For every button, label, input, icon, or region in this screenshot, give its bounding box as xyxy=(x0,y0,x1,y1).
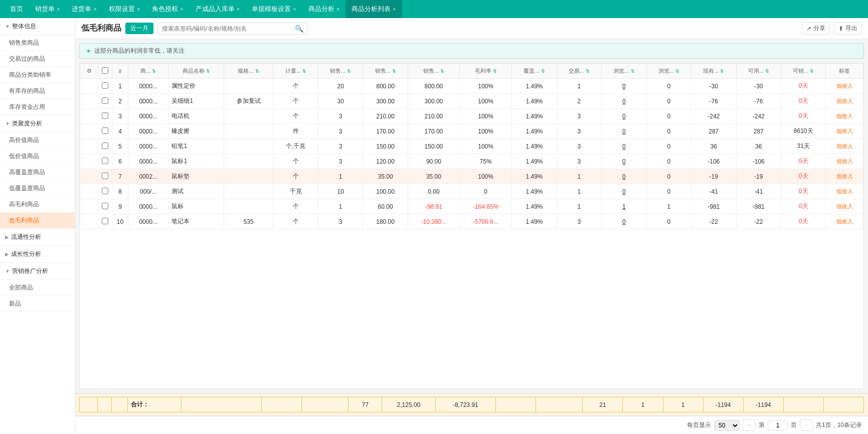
cell-views1[interactable]: 0 xyxy=(602,109,646,124)
sidebar-item-high-coverage[interactable]: 高覆盖度商品 xyxy=(0,165,75,181)
col-coverage[interactable]: 覆盖... ⇅ xyxy=(512,64,557,79)
cell-checkbox[interactable] xyxy=(98,169,112,184)
row-checkbox[interactable] xyxy=(102,173,108,179)
nav-product-analysis-list[interactable]: 商品分析列表 × xyxy=(345,0,402,18)
table-footer: 合计： 77 2,125.00 -8,723.91 21 1 1 -1194 -… xyxy=(75,393,868,416)
nav-close-icon[interactable]: × xyxy=(93,6,96,12)
cell-views1[interactable]: 0 xyxy=(602,94,646,109)
col-views1[interactable]: 浏览... ⇅ xyxy=(602,64,646,79)
cell-unit: 个 xyxy=(273,154,318,169)
col-stock[interactable]: 现有... ⇅ xyxy=(691,64,736,79)
nav-role-auth[interactable]: 角色授权 × xyxy=(146,0,189,18)
cell-checkbox[interactable] xyxy=(98,94,112,109)
date-filter-button[interactable]: 近一月 xyxy=(125,23,153,34)
per-page-select[interactable]: 50 20 100 xyxy=(714,420,740,431)
sidebar-item-new-products[interactable]: 新品 xyxy=(0,296,75,312)
col-views2[interactable]: 浏览... ⇅ xyxy=(646,64,691,79)
sidebar-item-low-value[interactable]: 低价值商品 xyxy=(0,149,75,165)
col-unit[interactable]: 计量... ⇅ xyxy=(273,64,318,79)
nav-close-icon[interactable]: × xyxy=(336,6,339,12)
cell-views1[interactable]: 0 xyxy=(602,154,646,169)
cell-checkbox[interactable] xyxy=(98,139,112,154)
footer-unit-empty xyxy=(301,397,348,412)
search-input[interactable] xyxy=(162,25,295,32)
cell-available: 36 xyxy=(736,139,781,154)
sidebar-item-in-stock-products[interactable]: 有库存的商品 xyxy=(0,83,75,99)
nav-home[interactable]: 首页 xyxy=(4,0,29,18)
footer-margin-empty xyxy=(495,397,536,412)
nav-close-icon[interactable]: × xyxy=(137,6,140,12)
row-checkbox[interactable] xyxy=(102,218,108,224)
row-checkbox[interactable] xyxy=(102,188,108,194)
nav-permission-settings[interactable]: 权限设置 × xyxy=(103,0,146,18)
col-spec[interactable]: 规格... ⇅ xyxy=(224,64,273,79)
cell-saleable: 0天 xyxy=(781,79,825,94)
sidebar-item-traded-products[interactable]: 交易过的商品 xyxy=(0,51,75,67)
cell-views1[interactable]: 1 xyxy=(602,199,646,214)
page-number-input[interactable] xyxy=(768,420,788,430)
sidebar-section-marketing[interactable]: ▼ 营销推广分析 xyxy=(0,263,75,280)
col-amount[interactable]: 销售... ⇅ xyxy=(363,64,408,79)
nav-sales-order[interactable]: 销货单 × xyxy=(29,0,66,18)
export-button[interactable]: ⬆ 导出 xyxy=(834,22,862,35)
row-checkbox[interactable] xyxy=(102,158,108,164)
nav-product-analysis[interactable]: 商品分析 × xyxy=(302,0,345,18)
cell-views1[interactable]: 0 xyxy=(602,79,646,94)
col-code[interactable]: 商... ⇅ xyxy=(128,64,168,79)
share-button[interactable]: ↗ 分享 xyxy=(802,22,830,35)
cell-checkbox[interactable] xyxy=(98,199,112,214)
sidebar-item-sales-products[interactable]: 销售类商品 xyxy=(0,35,75,51)
sidebar-item-stock-capital[interactable]: 库存资金占用 xyxy=(0,99,75,115)
nav-close-icon[interactable]: × xyxy=(237,6,240,12)
col-trade[interactable]: 交易... ⇅ xyxy=(557,64,601,79)
nav-template-settings[interactable]: 单据模板设置 × xyxy=(246,0,302,18)
row-checkbox[interactable] xyxy=(102,127,108,134)
cell-checkbox[interactable] xyxy=(98,109,112,124)
sidebar-item-low-margin[interactable]: 低毛利商品 xyxy=(0,213,75,229)
sidebar-section-overall[interactable]: ▼ 整体信息 xyxy=(0,18,75,35)
cell-views1[interactable]: 0 xyxy=(602,184,646,199)
cell-checkbox[interactable] xyxy=(98,124,112,139)
table-container[interactable]: ⚙ # 商... ⇅ 商品名称 ⇅ 规格... ⇅ 计量... ⇅ 销售... … xyxy=(79,63,864,389)
col-checkbox[interactable] xyxy=(98,64,112,79)
nav-close-icon[interactable]: × xyxy=(57,6,60,12)
next-page-button[interactable]: ＞ xyxy=(800,419,813,431)
nav-product-inbound[interactable]: 产成品入库单 × xyxy=(190,0,246,18)
cell-tag: 低收入 xyxy=(826,139,863,154)
nav-close-icon[interactable]: × xyxy=(293,6,296,12)
row-checkbox[interactable] xyxy=(102,203,108,209)
select-all-checkbox[interactable] xyxy=(102,67,108,74)
row-checkbox[interactable] xyxy=(102,82,108,89)
sidebar-item-low-coverage[interactable]: 低覆盖度商品 xyxy=(0,181,75,197)
cell-views1[interactable]: 0 xyxy=(602,124,646,139)
row-checkbox[interactable] xyxy=(102,142,108,149)
sidebar-item-all-products[interactable]: 全部商品 xyxy=(0,280,75,296)
search-icon[interactable]: 🔍 xyxy=(295,25,303,33)
nav-purchase-order[interactable]: 进货单 × xyxy=(66,0,102,18)
cell-views1[interactable]: 0 xyxy=(602,214,646,229)
row-checkbox[interactable] xyxy=(102,112,108,119)
col-qty[interactable]: 销售... ⇅ xyxy=(318,64,363,79)
cell-checkbox[interactable] xyxy=(98,184,112,199)
cell-checkbox[interactable] xyxy=(98,79,112,94)
cell-views1[interactable]: 0 xyxy=(602,139,646,154)
cell-checkbox[interactable] xyxy=(98,214,112,229)
col-name[interactable]: 商品名称 ⇅ xyxy=(168,64,224,79)
row-checkbox[interactable] xyxy=(102,97,108,104)
col-settings[interactable]: ⚙ xyxy=(80,64,98,79)
sidebar-section-growth[interactable]: ▶ 成长性分析 xyxy=(0,246,75,263)
cell-checkbox[interactable] xyxy=(98,154,112,169)
col-margin[interactable]: 毛利率 ⇅ xyxy=(460,64,512,79)
cell-views1[interactable]: 0 xyxy=(602,169,646,184)
sidebar-item-high-margin[interactable]: 高毛利商品 xyxy=(0,197,75,213)
nav-close-icon[interactable]: × xyxy=(180,6,183,12)
col-available[interactable]: 可用... ⇅ xyxy=(736,64,781,79)
sidebar-section-cluster[interactable]: ▼ 类聚度分析 xyxy=(0,115,75,132)
sidebar-section-liquidity[interactable]: ▶ 流通性分析 xyxy=(0,229,75,246)
sidebar-item-category-sales-rate[interactable]: 商品分类助销率 xyxy=(0,67,75,83)
col-saleable[interactable]: 可销... ⇅ xyxy=(781,64,825,79)
prev-page-button[interactable]: ＜ xyxy=(743,419,756,431)
nav-close-icon[interactable]: × xyxy=(393,6,396,12)
col-profit[interactable]: 销售... ⇅ xyxy=(408,64,459,79)
sidebar-item-high-value[interactable]: 高价值商品 xyxy=(0,132,75,149)
